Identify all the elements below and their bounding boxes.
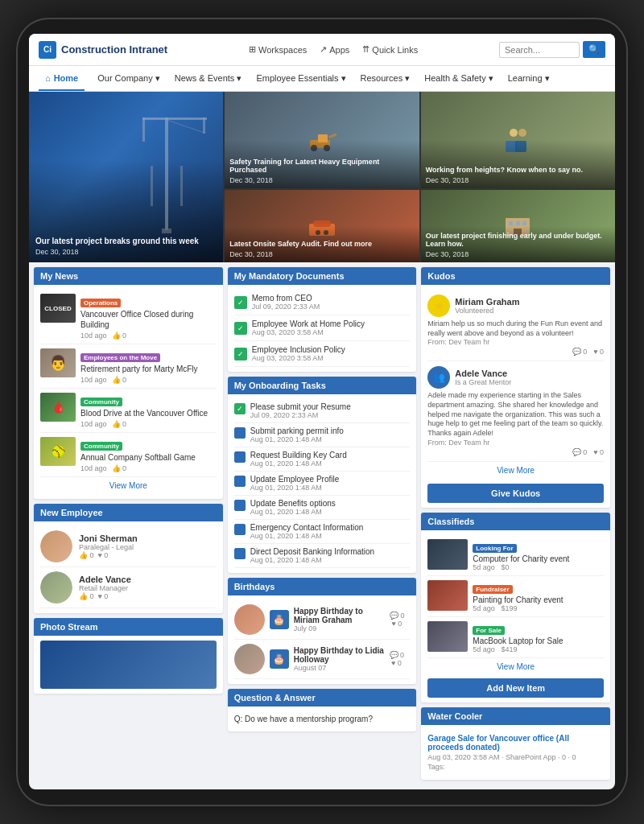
classifieds-view-more[interactable]: View More	[427, 658, 604, 675]
kudos-avatar-1: ★	[427, 295, 450, 317]
task-item-5[interactable]: Update Benefits options Aug 01, 2020 1:4…	[234, 496, 411, 520]
kudos-widget: Kudos ★ Miriam Graham Volunteered	[421, 267, 610, 508]
task-item-1[interactable]: ✓ Please submit your Resume Jul 09, 2020…	[234, 399, 411, 423]
svg-rect-0	[165, 117, 168, 230]
task-item-2[interactable]: Submit parking permit info Aug 01, 2020 …	[234, 423, 411, 447]
task-check-4	[234, 476, 246, 487]
add-item-button[interactable]: Add New Item	[427, 678, 604, 698]
qa-widget: Question & Answer Q: Do we have a mentor…	[228, 689, 417, 731]
quick-links-nav[interactable]: ⇈ Quick Links	[362, 44, 418, 55]
search-button[interactable]: 🔍	[583, 41, 605, 58]
task-date-4: Aug 01, 2020 1:48 AM	[250, 484, 411, 492]
svg-rect-1	[142, 117, 207, 120]
workspaces-nav[interactable]: ⊞ Workspaces	[249, 44, 307, 55]
birthdays-header: Birthdays	[228, 578, 417, 595]
doc-item-2[interactable]: ✓ Employee Work at Home Policy Aug 03, 2…	[234, 315, 411, 341]
news-item-3[interactable]: 🩸 Community Blood Drive at the Vancouver…	[40, 389, 217, 433]
task-item-4[interactable]: Update Employee Profile Aug 01, 2020 1:4…	[234, 472, 411, 496]
doc-item-1[interactable]: ✓ Memo from CEO Jul 09, 2020 2:33 AM	[234, 290, 411, 315]
emp-name-2: Adele Vance	[79, 575, 131, 584]
news-meta-3: 10d ago 👍 0	[80, 420, 217, 428]
qa-body: Q: Do we have a mentorship program?	[228, 707, 417, 731]
apps-nav[interactable]: ↗ Apps	[320, 44, 349, 55]
nav-bar: ⌂ Home Our Company ▾ News & Events ▾ Emp…	[29, 66, 615, 92]
employee-essentials-nav[interactable]: Employee Essentials ▾	[250, 66, 352, 92]
resources-nav[interactable]: Resources ▾	[354, 66, 417, 92]
task-info-2: Submit parking permit info Aug 01, 2020 …	[250, 426, 411, 443]
task-item-6[interactable]: Emergency Contact Information Aug 01, 20…	[234, 520, 411, 544]
news-item-2[interactable]: 👨 Employees on the Move Retirement party…	[40, 344, 217, 389]
cls-title-1: Computer for Charity event	[473, 554, 569, 563]
photo-stream-header: Photo Stream	[34, 618, 223, 636]
qa-item-1[interactable]: Q: Do we have a mentorship program?	[234, 711, 411, 727]
emp-role-2: Retail Manager	[79, 584, 131, 592]
svg-rect-2	[142, 117, 145, 142]
task-info-1: Please submit your Resume Jul 09, 2020 2…	[250, 402, 411, 419]
bday-avatar-2	[234, 644, 265, 674]
star-icon-1: ★	[434, 299, 444, 312]
classified-info-1: Looking For Computer for Charity event 5…	[473, 539, 569, 571]
task-date-7: Aug 01, 2020 1:48 AM	[250, 556, 411, 564]
wc-item-1[interactable]: Garage Sale for Vancouver office (All pr…	[427, 730, 604, 775]
bday-icon-1: 🎂	[270, 610, 289, 629]
task-check-2	[234, 427, 246, 439]
wc-title-1: Garage Sale for Vancouver office (All pr…	[427, 734, 604, 752]
main-content: My News CLOSED Operations Vancouver Offi…	[29, 262, 615, 789]
classified-item-1[interactable]: Looking For Computer for Charity event 5…	[427, 535, 604, 576]
task-check-5	[234, 500, 246, 511]
hero-sm-2[interactable]: Working from heights? Know when to say n…	[421, 92, 615, 188]
birthday-item-2[interactable]: 🎂 Happy Birthday to Lidia Holloway Augus…	[234, 640, 411, 679]
doc-info-1: Memo from CEO Jul 09, 2020 2:33 AM	[252, 294, 411, 311]
hero-sm-4-caption: Our latest project finishing early and u…	[421, 229, 615, 262]
water-cooler-body: Garage Sale for Vancouver office (All pr…	[421, 725, 610, 780]
hero-sm-4[interactable]: Our latest project finishing early and u…	[421, 190, 615, 262]
doc-item-3[interactable]: ✓ Employee Inclusion Policy Aug 03, 2020…	[234, 341, 411, 367]
middle-column: My Mandatory Documents ✓ Memo from CEO J…	[228, 267, 417, 785]
learning-nav[interactable]: Learning ▾	[502, 66, 556, 92]
search-input[interactable]	[499, 42, 580, 58]
bday-info-1: Happy Birthday to Miriam Graham July 09	[294, 607, 385, 632]
task-info-7: Direct Deposit Banking Information Aug 0…	[250, 547, 411, 564]
hero-sm-3[interactable]: Latest Onsite Safety Audit. Find out mor…	[225, 190, 419, 262]
employee-item-1[interactable]: Joni Sherman Paralegal - Legal 👍 0 ♥ 0	[40, 526, 217, 567]
news-likes-1: 👍 0	[112, 332, 127, 340]
news-item-1[interactable]: CLOSED Operations Vancouver Office Close…	[40, 290, 217, 344]
hero-main[interactable]: Our latest project breaks ground this we…	[29, 92, 223, 262]
kudos-view-more[interactable]: View More	[427, 462, 604, 479]
doc-title-2: Employee Work at Home Policy	[252, 319, 411, 328]
employee-item-2[interactable]: Adele Vance Retail Manager 👍 0 ♥ 0	[40, 567, 217, 608]
qa-question-1: Q: Do we have a mentorship program?	[234, 715, 411, 723]
task-item-3[interactable]: Request Building Key Card Aug 01, 2020 1…	[234, 447, 411, 472]
news-time-1: 10d ago	[80, 332, 107, 340]
give-kudos-button[interactable]: Give Kudos	[427, 484, 604, 503]
news-view-more[interactable]: View More	[40, 477, 217, 494]
task-date-3: Aug 01, 2020 1:48 AM	[250, 459, 411, 468]
task-title-4: Update Employee Profile	[250, 475, 411, 484]
task-info-4: Update Employee Profile Aug 01, 2020 1:4…	[250, 475, 411, 492]
logo-area[interactable]: Ci Construction Intranet	[39, 41, 167, 59]
task-item-7[interactable]: Direct Deposit Banking Information Aug 0…	[234, 544, 411, 568]
photo-item-1[interactable]	[40, 641, 217, 689]
qa-header: Question & Answer	[228, 689, 417, 707]
news-events-nav[interactable]: News & Events ▾	[168, 66, 249, 92]
emp-meta-1: 👍 0 ♥ 0	[79, 551, 138, 559]
news-title-1: Vancouver Office Closed during Building	[80, 309, 217, 330]
news-item-4[interactable]: 🥎 Community Annual Company Softball Game…	[40, 433, 217, 477]
classified-item-3[interactable]: For Sale MacBook Laptop for Sale 5d ago …	[427, 617, 604, 658]
cls-tag-1: Looking For	[473, 544, 516, 553]
new-employee-body: Joni Sherman Paralegal - Legal 👍 0 ♥ 0 A…	[34, 521, 223, 613]
task-check-7	[234, 548, 246, 559]
classified-item-2[interactable]: Fundraiser Painting for Charity event 5d…	[427, 576, 604, 617]
nav-items: Our Company ▾ News & Events ▾ Employee E…	[91, 66, 555, 92]
our-company-nav[interactable]: Our Company ▾	[91, 66, 167, 92]
health-safety-nav[interactable]: Health & Safety ▾	[418, 66, 500, 92]
birthday-item-1[interactable]: 🎂 Happy Birthday to Miriam Graham July 0…	[234, 600, 411, 640]
news-title-4: Annual Company Softball Game	[80, 452, 217, 463]
news-tag-1: Operations	[80, 299, 121, 307]
news-content-2: Employees on the Move Retirement party f…	[80, 348, 217, 384]
task-title-5: Update Benefits options	[250, 499, 411, 508]
hero-sm-1[interactable]: Safety Training for Latest Heavy Equipme…	[225, 92, 419, 188]
hero-section: Our latest project breaks ground this we…	[29, 92, 615, 262]
kudos-from-1: From: Dev Team hr	[427, 338, 604, 346]
home-nav[interactable]: ⌂ Home	[39, 66, 85, 91]
